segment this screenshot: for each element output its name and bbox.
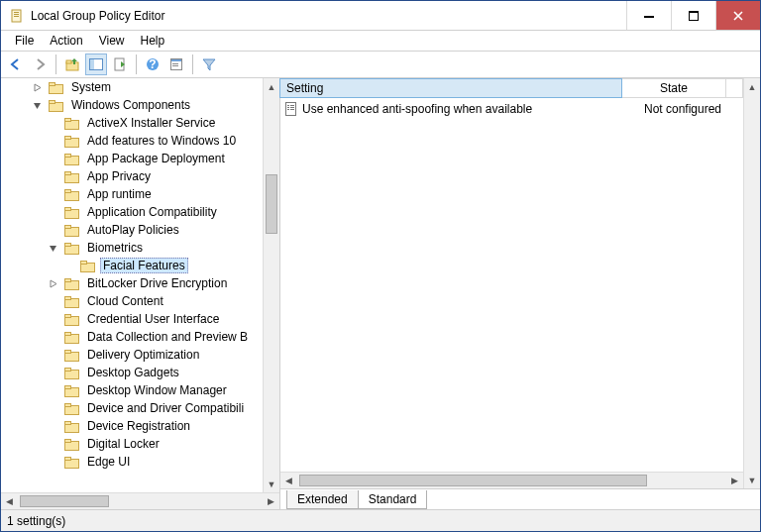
- expand-icon[interactable]: [33, 83, 49, 92]
- svg-rect-66: [290, 107, 294, 108]
- tree-item[interactable]: Desktop Window Manager: [1, 381, 263, 399]
- hscroll-thumb[interactable]: [20, 495, 109, 507]
- tree-item[interactable]: Biometrics: [1, 239, 263, 257]
- minimize-button[interactable]: [626, 1, 671, 30]
- tree-item[interactable]: App Privacy: [1, 167, 263, 185]
- menubar: File Action View Help: [1, 31, 760, 51]
- list-item[interactable]: Use enhanced anti-spoofing when availabl…: [284, 100, 739, 117]
- tree-item[interactable]: Delivery Optimization: [1, 346, 263, 364]
- svg-rect-39: [81, 262, 87, 265]
- expand-icon[interactable]: [49, 279, 64, 288]
- tree[interactable]: SystemWindows ComponentsActiveX Installe…: [1, 78, 263, 492]
- setting-state: Not configured: [640, 102, 739, 116]
- svg-rect-27: [65, 155, 71, 158]
- tree-item[interactable]: Add features to Windows 10: [1, 132, 263, 150]
- tree-item-label: BitLocker Drive Encryption: [84, 276, 230, 290]
- list-hscrollbar[interactable]: ◀ ▶: [280, 472, 743, 488]
- svg-rect-29: [65, 172, 71, 175]
- svg-rect-17: [172, 65, 178, 66]
- back-button[interactable]: [5, 53, 27, 75]
- column-state[interactable]: State: [622, 78, 726, 98]
- window-title: Local Group Policy Editor: [31, 9, 626, 23]
- tree-hscrollbar[interactable]: ◀ ▶: [1, 492, 279, 509]
- tree-item[interactable]: Edge UI: [1, 453, 263, 471]
- svg-rect-45: [65, 315, 71, 318]
- folder-icon: [64, 241, 80, 255]
- scroll-up-icon[interactable]: ▲: [264, 78, 279, 95]
- tab-standard[interactable]: Standard: [358, 490, 428, 509]
- list-vscrollbar[interactable]: ▲ ▼: [743, 78, 760, 488]
- vscroll-thumb[interactable]: [266, 174, 277, 234]
- tree-item[interactable]: ActiveX Installer Service: [1, 114, 263, 132]
- show-hide-tree-button[interactable]: [85, 53, 107, 75]
- tree-item[interactable]: Facial Features: [1, 257, 263, 274]
- maximize-button[interactable]: [671, 1, 715, 30]
- policy-icon: [284, 102, 298, 116]
- tree-item[interactable]: Credential User Interface: [1, 310, 263, 328]
- collapse-icon[interactable]: [33, 101, 49, 110]
- scroll-down-icon[interactable]: ▼: [264, 476, 279, 492]
- svg-rect-53: [65, 386, 71, 389]
- menu-action[interactable]: Action: [42, 32, 90, 50]
- folder-icon: [80, 259, 96, 272]
- tree-item-label: Add features to Windows 10: [84, 134, 239, 148]
- svg-rect-59: [65, 440, 71, 443]
- svg-rect-63: [287, 105, 289, 106]
- folder-icon: [64, 223, 80, 237]
- tree-item[interactable]: AutoPlay Policies: [1, 221, 263, 239]
- tree-pane: SystemWindows ComponentsActiveX Installe…: [1, 78, 280, 509]
- tree-item[interactable]: Data Collection and Preview B: [1, 328, 263, 346]
- menu-help[interactable]: Help: [133, 32, 173, 50]
- settings-list[interactable]: Use enhanced anti-spoofing when availabl…: [280, 98, 743, 472]
- tree-item-label: Delivery Optimization: [84, 348, 202, 362]
- up-button[interactable]: [61, 53, 83, 75]
- scroll-up-icon[interactable]: ▲: [744, 78, 760, 95]
- tree-item[interactable]: Cloud Content: [1, 292, 263, 310]
- filter-button[interactable]: [198, 53, 220, 75]
- tree-item-label: Data Collection and Preview B: [84, 330, 251, 344]
- svg-rect-8: [66, 60, 71, 63]
- tree-item-label: Edge UI: [84, 455, 133, 469]
- tree-item-label: App Privacy: [84, 169, 154, 183]
- tree-vscrollbar[interactable]: ▲ ▼: [263, 78, 279, 492]
- tab-extended[interactable]: Extended: [286, 490, 359, 509]
- tree-item[interactable]: App Package Deployment: [1, 150, 263, 167]
- folder-icon: [49, 98, 64, 112]
- folder-icon: [64, 366, 80, 379]
- statusbar: 1 setting(s): [1, 509, 760, 531]
- properties-button[interactable]: [165, 53, 187, 75]
- collapse-icon[interactable]: [49, 244, 64, 253]
- status-text: 1 setting(s): [7, 514, 65, 528]
- tree-item[interactable]: System: [1, 78, 263, 96]
- tree-item-label: System: [68, 80, 114, 94]
- column-setting[interactable]: Setting: [279, 78, 622, 98]
- svg-rect-47: [65, 333, 71, 336]
- close-button[interactable]: [715, 1, 760, 30]
- forward-button[interactable]: [29, 53, 51, 75]
- scroll-left-icon[interactable]: ◀: [1, 493, 18, 509]
- tree-item[interactable]: App runtime: [1, 185, 263, 203]
- tree-item[interactable]: Desktop Gadgets: [1, 364, 263, 381]
- help-button[interactable]: ?: [142, 53, 163, 75]
- svg-rect-16: [172, 63, 178, 64]
- tree-item[interactable]: Device and Driver Compatibili: [1, 399, 263, 417]
- tree-item-label: ActiveX Installer Service: [84, 116, 218, 130]
- tree-item-label: Device Registration: [84, 419, 193, 433]
- scroll-right-icon[interactable]: ▶: [263, 493, 279, 509]
- scroll-left-icon[interactable]: ◀: [280, 473, 297, 488]
- menu-file[interactable]: File: [7, 32, 42, 50]
- hscroll-thumb[interactable]: [299, 475, 647, 486]
- tree-item[interactable]: Windows Components: [1, 96, 263, 114]
- svg-rect-4: [644, 16, 654, 18]
- tree-item[interactable]: Application Compatibility: [1, 203, 263, 221]
- menu-view[interactable]: View: [91, 32, 133, 50]
- tree-item[interactable]: Digital Locker: [1, 435, 263, 453]
- tree-item[interactable]: Device Registration: [1, 417, 263, 435]
- tree-item-label: Desktop Gadgets: [84, 366, 182, 379]
- folder-icon: [64, 455, 80, 469]
- export-button[interactable]: [109, 53, 131, 75]
- scroll-right-icon[interactable]: ▶: [726, 473, 743, 488]
- tree-item[interactable]: BitLocker Drive Encryption: [1, 274, 263, 292]
- toolbar-sep: [192, 54, 193, 74]
- scroll-down-icon[interactable]: ▼: [744, 472, 760, 488]
